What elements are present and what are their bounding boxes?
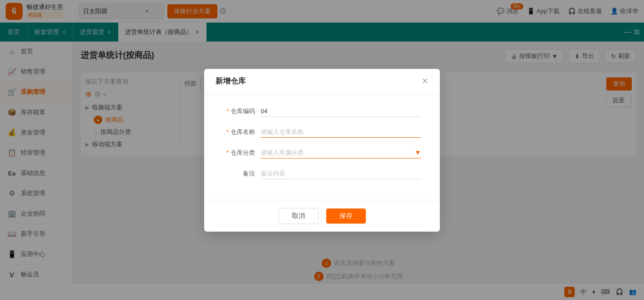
dialog-title: 新增仓库 bbox=[215, 76, 246, 86]
note-label: 备注 bbox=[223, 169, 261, 178]
form-row-name: 仓库名称 bbox=[223, 126, 421, 138]
code-label: 仓库编码 bbox=[223, 107, 261, 116]
code-input[interactable] bbox=[261, 106, 421, 117]
name-input[interactable] bbox=[261, 126, 421, 138]
dialog-overlay[interactable]: 新增仓库 ✕ 仓库编码 仓库名称 仓库分类 ▼ bbox=[0, 0, 644, 300]
form-row-note: 备注 bbox=[223, 168, 421, 179]
dialog-footer: 取消 保存 bbox=[204, 200, 440, 232]
category-input[interactable] bbox=[261, 147, 414, 158]
category-arrow-icon: ▼ bbox=[414, 149, 421, 156]
dialog-body: 仓库编码 仓库名称 仓库分类 ▼ 备注 bbox=[204, 94, 440, 200]
category-label: 仓库分类 bbox=[223, 149, 261, 157]
form-row-category: 仓库分类 ▼ bbox=[223, 147, 421, 158]
category-select-wrap: ▼ bbox=[261, 147, 421, 158]
form-row-code: 仓库编码 bbox=[223, 106, 421, 117]
note-input[interactable] bbox=[261, 168, 421, 179]
new-warehouse-dialog: 新增仓库 ✕ 仓库编码 仓库名称 仓库分类 ▼ bbox=[204, 69, 440, 232]
cancel-button[interactable]: 取消 bbox=[278, 208, 319, 224]
name-label: 仓库名称 bbox=[223, 128, 261, 136]
dialog-close-button[interactable]: ✕ bbox=[421, 77, 429, 85]
save-button[interactable]: 保存 bbox=[326, 208, 366, 224]
dialog-header: 新增仓库 ✕ bbox=[204, 69, 440, 94]
